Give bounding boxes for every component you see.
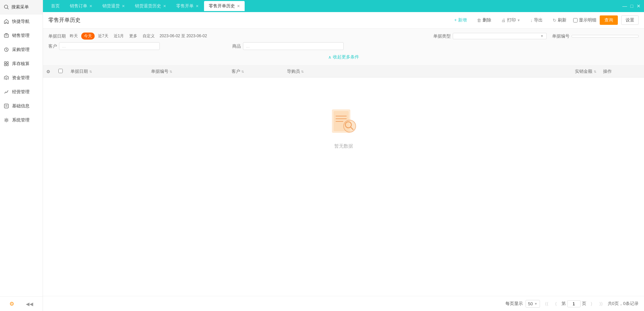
first-page-btn[interactable]: ⟨⟨ <box>543 300 551 308</box>
query-button[interactable]: 查询 <box>600 15 618 25</box>
th-action-label: 操作 <box>603 69 612 74</box>
collapse-row[interactable]: ∧ 收起更多条件 <box>48 53 639 61</box>
filter-area: 单据日期 昨天 今天 近7天 近1月 更多 自定义 2023-06-02 至 2… <box>43 29 644 66</box>
refresh-button[interactable]: ↻ 刷新 <box>549 15 570 25</box>
date-shortcuts: 昨天 今天 近7天 近1月 更多 自定义 2023-06-02 至 2023-0… <box>68 33 207 40</box>
minimize-btn[interactable]: — <box>623 3 627 9</box>
print-icon: 🖨 <box>501 18 506 23</box>
sidebar-item-system[interactable]: 系统管理 <box>0 113 43 127</box>
prev-page-btn[interactable]: ⟨ <box>552 300 560 308</box>
date-range-display: 2023-06-02 至 2023-06-02 <box>159 33 207 39</box>
system-icon <box>3 117 9 123</box>
sidebar-item-quick-nav[interactable]: 快捷导航 <box>0 14 43 29</box>
date-sort-icon: ⇅ <box>89 70 92 73</box>
tab-retail-open-label: 零售开单 <box>176 3 194 9</box>
tab-retail-open[interactable]: 零售开单 ✕ <box>171 1 203 11</box>
th-amount[interactable]: 实销金额 ⇅ <box>519 66 600 77</box>
tab-sales-return[interactable]: 销货退货 ✕ <box>98 1 130 11</box>
sidebar-item-label: 系统管理 <box>12 117 30 123</box>
th-date[interactable]: 单据日期 ⇅ <box>67 66 148 77</box>
sidebar-item-inventory[interactable]: 库存核算 <box>0 57 43 71</box>
th-number[interactable]: 单据编号 ⇅ <box>148 66 228 77</box>
sidebar-item-label: 经营管理 <box>12 89 30 95</box>
amount-sort-icon: ⇅ <box>594 70 596 73</box>
trash-icon: 🗑 <box>477 18 481 23</box>
date-yesterday[interactable]: 昨天 <box>68 33 80 40</box>
sidebar-collapse-icon[interactable]: ◀◀ <box>26 301 33 307</box>
search-icon <box>3 4 9 10</box>
th-action: 操作 <box>600 66 644 77</box>
show-detail-check[interactable]: 显示明细 <box>573 17 596 23</box>
doc-number-input[interactable] <box>572 35 639 38</box>
svg-point-13 <box>6 119 7 121</box>
sidebar-search-label: 搜索采单 <box>11 4 29 10</box>
tab-retail-open-history[interactable]: 零售开单历史 ✕ <box>204 1 245 11</box>
close-btn[interactable]: ✕ <box>637 3 641 9</box>
date-today[interactable]: 今天 <box>81 33 95 40</box>
doc-number-label: 单据编号 <box>552 33 569 39</box>
tab-home[interactable]: 首页 <box>46 1 64 11</box>
sidebar-item-label: 库存核算 <box>12 61 30 67</box>
date-more[interactable]: 更多 <box>127 33 139 40</box>
sidebar-item-label: 销售管理 <box>12 33 30 39</box>
tab-sales-return-history-label: 销货退货历史 <box>135 3 161 9</box>
th-customer[interactable]: 客户 ⇅ <box>228 66 284 77</box>
empty-icon <box>327 104 360 138</box>
date-last-month[interactable]: 近1月 <box>112 33 126 40</box>
inventory-icon <box>3 61 9 67</box>
sidebar-bottom: ⚙ ◀◀ <box>0 296 43 311</box>
tab-sales-return-close[interactable]: ✕ <box>122 4 125 8</box>
th-settings[interactable]: ⚙ <box>43 66 55 77</box>
tab-sales-order[interactable]: 销售订单 ✕ <box>65 1 97 11</box>
th-salesperson[interactable]: 导购员 ⇅ <box>284 66 352 77</box>
sidebar-item-operations[interactable]: 经营管理 <box>0 85 43 99</box>
sidebar-item-purchase-mgmt[interactable]: 采购管理 <box>0 43 43 57</box>
basic-info-icon <box>3 103 9 109</box>
print-button[interactable]: 🖨 打印 ▼ <box>498 15 524 25</box>
select-all-checkbox[interactable] <box>58 69 63 73</box>
finance-icon <box>3 75 9 81</box>
content: 零售开单历史 + 新增 🗑 删除 🖨 打印 ▼ ↓ 导出 ↻ <box>43 12 644 311</box>
show-detail-checkbox[interactable] <box>573 18 578 22</box>
th-middle <box>351 66 519 77</box>
filter-customer: 客户 ... <box>48 42 160 50</box>
settings-button[interactable]: 设置 <box>621 15 639 25</box>
sidebar-item-sales-mgmt[interactable]: 销售管理 <box>0 29 43 43</box>
date-custom[interactable]: 自定义 <box>141 33 157 40</box>
table-settings-icon[interactable]: ⚙ <box>46 69 50 74</box>
add-button[interactable]: + 新增 <box>451 15 470 25</box>
next-page-btn[interactable]: ⟩ <box>588 300 596 308</box>
pagination: 每页显示 50 ▼ ⟨⟨ ⟨ 第 页 ⟩ ⟩⟩ 共0页，0条记录 <box>43 296 644 311</box>
tab-sales-order-close[interactable]: ✕ <box>89 4 92 8</box>
operations-icon <box>3 89 9 95</box>
last-page-btn[interactable]: ⟩⟩ <box>597 300 605 308</box>
customer-label: 客户 <box>48 43 57 49</box>
sidebar-gear-icon[interactable]: ⚙ <box>9 301 14 307</box>
sidebar-item-basic-info[interactable]: 基础信息 <box>0 99 43 113</box>
th-salesperson-label: 导购员 <box>287 69 300 74</box>
product-input[interactable]: ... <box>243 42 344 50</box>
customer-sort-icon: ⇅ <box>241 70 244 73</box>
doc-type-select[interactable]: ▼ <box>453 33 547 39</box>
sidebar-item-label: 基础信息 <box>12 103 30 109</box>
date-last7[interactable]: 近7天 <box>96 33 110 40</box>
sidebar-item-label: 采购管理 <box>12 47 30 53</box>
customer-input[interactable]: ... <box>59 42 160 50</box>
sidebar-search[interactable]: 搜索采单 <box>0 0 43 14</box>
salesperson-sort-icon: ⇅ <box>301 70 304 73</box>
delete-button[interactable]: 🗑 删除 <box>474 15 495 25</box>
sidebar-item-finance[interactable]: 资金管理 <box>0 71 43 85</box>
filter-doc-number: 单据编号 <box>552 33 639 39</box>
th-check[interactable] <box>55 66 67 77</box>
export-button[interactable]: ↓ 导出 <box>527 15 546 25</box>
page-size-label: 每页显示 <box>505 301 523 307</box>
page-size-select[interactable]: 50 ▼ <box>526 300 540 308</box>
maximize-btn[interactable]: □ <box>631 3 633 9</box>
tab-retail-open-close[interactable]: ✕ <box>196 4 199 8</box>
tab-sales-return-history[interactable]: 销货退货历史 ✕ <box>130 1 171 11</box>
page-input[interactable] <box>567 300 581 307</box>
svg-rect-8 <box>7 64 8 66</box>
sidebar-item-label: 快捷导航 <box>12 18 30 24</box>
tab-retail-open-history-close[interactable]: ✕ <box>237 4 240 8</box>
tab-sales-return-history-close[interactable]: ✕ <box>163 4 166 8</box>
